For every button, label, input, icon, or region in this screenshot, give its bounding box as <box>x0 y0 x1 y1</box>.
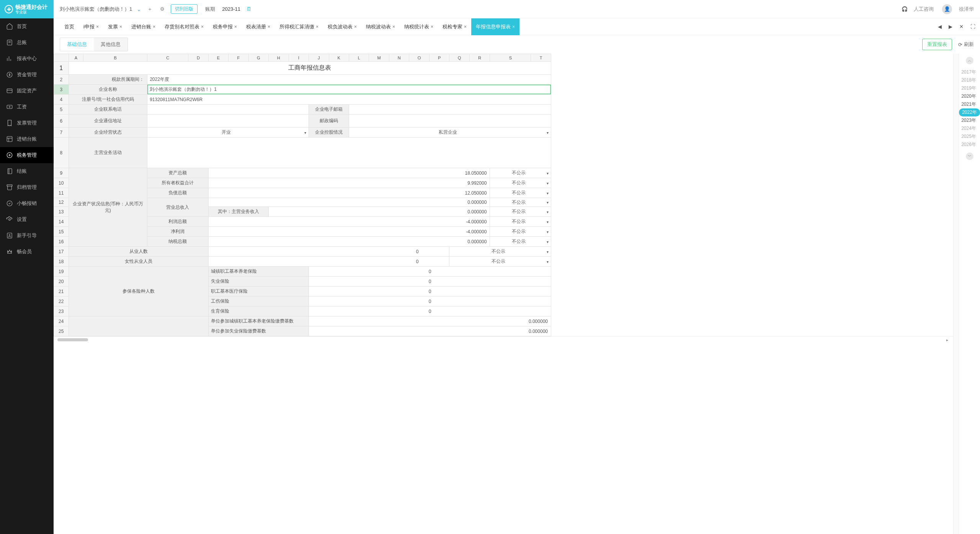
value-input[interactable]: 9.992000 <box>208 178 490 188</box>
tab[interactable]: 税负波动表× <box>323 18 361 35</box>
row-header[interactable]: 20 <box>54 277 69 287</box>
year-item[interactable]: 2018年 <box>959 76 980 84</box>
column-header[interactable]: K <box>329 54 349 62</box>
switch-old-button[interactable]: 切到旧版 <box>171 4 198 14</box>
main-biz-input[interactable] <box>147 138 551 168</box>
tab-close-all-icon[interactable]: ✕ <box>957 22 966 31</box>
avatar-icon[interactable]: 👤 <box>942 4 952 14</box>
sidebar-item-fund[interactable]: 资金管理 <box>0 67 54 83</box>
sidebar-item-archive[interactable]: 归档管理 <box>0 179 54 195</box>
tab-close-icon[interactable]: × <box>512 24 515 29</box>
period-value[interactable]: 2023-11 <box>222 6 240 12</box>
sidebar-item-invoice[interactable]: 发票管理 <box>0 115 54 131</box>
publicity-select[interactable]: 不公示 <box>490 168 551 178</box>
select-all-cell[interactable] <box>54 54 69 62</box>
tab[interactable]: 税务申报× <box>208 18 242 35</box>
year-down-icon[interactable]: ﹀ <box>966 152 973 160</box>
row-header[interactable]: 19 <box>54 267 69 277</box>
column-header[interactable]: R <box>469 54 490 62</box>
publicity-select[interactable]: 不公示 <box>490 237 551 247</box>
horizontal-scrollbar[interactable]: ▸ <box>54 336 953 343</box>
publicity-select[interactable]: 不公示 <box>490 188 551 198</box>
year-item[interactable]: 2017年 <box>959 68 980 76</box>
value-input[interactable]: -4.000000 <box>208 217 490 227</box>
value-input[interactable]: 0 <box>208 257 449 267</box>
value-input[interactable]: 0 <box>309 287 551 296</box>
row-header[interactable]: 23 <box>54 306 69 316</box>
sidebar-item-vip[interactable]: 畅会员 <box>0 244 54 260</box>
tab-close-icon[interactable]: × <box>119 24 122 29</box>
column-header[interactable]: M <box>369 54 389 62</box>
column-header[interactable]: S <box>490 54 531 62</box>
value-input[interactable]: 0.000000 <box>208 198 490 207</box>
year-item[interactable]: 2026年 <box>959 141 980 149</box>
tab-close-icon[interactable]: × <box>354 24 357 29</box>
column-header[interactable]: Q <box>449 54 469 62</box>
tab[interactable]: 年报信息申报表× <box>471 18 519 35</box>
row-header[interactable]: 10 <box>54 178 69 188</box>
sidebar-item-report[interactable]: 报表中心 <box>0 51 54 67</box>
tab[interactable]: 存货别名对照表× <box>160 18 208 35</box>
column-header[interactable]: I <box>289 54 309 62</box>
tab[interactable]: 税表清册× <box>242 18 275 35</box>
year-item[interactable]: 2019年 <box>959 84 980 92</box>
year-item[interactable]: 2022年 <box>959 108 980 116</box>
tab[interactable]: 发票× <box>103 18 127 35</box>
sidebar-item-close-book[interactable]: 结账 <box>0 163 54 179</box>
row-header[interactable]: 22 <box>54 296 69 306</box>
add-icon[interactable]: ＋ <box>146 4 154 14</box>
year-item[interactable]: 2020年 <box>959 92 980 100</box>
row-header[interactable]: 13 <box>54 207 69 217</box>
row-header[interactable]: 21 <box>54 287 69 296</box>
publicity-select[interactable]: 不公示 <box>490 178 551 188</box>
column-header[interactable]: O <box>409 54 429 62</box>
support-link[interactable]: 人工咨询 <box>914 6 934 13</box>
reg-number-value[interactable]: 91320811MA7NGR2W6R <box>147 95 551 105</box>
row-header[interactable]: 3 <box>54 85 69 95</box>
tab-close-icon[interactable]: × <box>392 24 395 29</box>
publicity-select[interactable]: 不公示 <box>490 227 551 237</box>
row-header[interactable]: 18 <box>54 257 69 267</box>
sidebar-item-psi[interactable]: 进销台账 <box>0 131 54 147</box>
sub-tab-other[interactable]: 其他信息 <box>94 38 127 51</box>
value-input[interactable]: 0 <box>309 306 551 316</box>
reset-button[interactable]: 重置报表 <box>922 39 952 50</box>
row-header[interactable]: 9 <box>54 168 69 178</box>
tab-close-icon[interactable]: × <box>153 24 155 29</box>
value-input[interactable]: 0.000000 <box>309 316 551 326</box>
vertical-scrollbar[interactable] <box>953 54 959 534</box>
row-header[interactable]: 15 <box>54 227 69 237</box>
period-value-cell[interactable]: 2022年度 <box>147 75 551 85</box>
company-name-input[interactable]: 刘小艳演示账套（勿删勿动！）1 <box>147 85 551 95</box>
column-header[interactable]: B <box>83 54 147 62</box>
email-input[interactable] <box>349 105 551 115</box>
tab-fullscreen-icon[interactable]: ⛶ <box>968 22 978 31</box>
tab[interactable]: 首页 <box>60 18 79 35</box>
column-header[interactable]: F <box>229 54 248 62</box>
tab-close-icon[interactable]: × <box>431 24 433 29</box>
tab[interactable]: 纳税波动表× <box>361 18 400 35</box>
row-header[interactable]: 16 <box>54 237 69 247</box>
row-header[interactable]: 2 <box>54 75 69 85</box>
row-header[interactable]: 14 <box>54 217 69 227</box>
column-header[interactable]: D <box>188 54 208 62</box>
row-header[interactable]: 25 <box>54 326 69 336</box>
row-header[interactable]: 6 <box>54 115 69 128</box>
year-item[interactable]: 2025年 <box>959 133 980 141</box>
row-header[interactable]: 1 <box>54 62 69 75</box>
tab-close-icon[interactable]: × <box>316 24 318 29</box>
row-header[interactable]: 4 <box>54 95 69 105</box>
sidebar-item-home[interactable]: 首页 <box>0 18 54 34</box>
value-input[interactable]: 12.050000 <box>208 188 490 198</box>
holding-select[interactable]: 私营企业 <box>349 128 551 138</box>
column-header[interactable]: H <box>269 54 289 62</box>
column-header[interactable]: A <box>69 54 83 62</box>
value-input[interactable]: 0 <box>309 296 551 306</box>
sidebar-item-asset[interactable]: 固定资产 <box>0 83 54 99</box>
tab-close-icon[interactable]: × <box>201 24 204 29</box>
tab[interactable]: 纳税统计表× <box>400 18 438 35</box>
tab-prev-icon[interactable]: ◀ <box>936 22 944 31</box>
headset-icon[interactable]: 🎧 <box>902 6 908 12</box>
chevron-down-icon[interactable]: ⌄ <box>137 6 141 12</box>
row-header[interactable]: 7 <box>54 128 69 138</box>
